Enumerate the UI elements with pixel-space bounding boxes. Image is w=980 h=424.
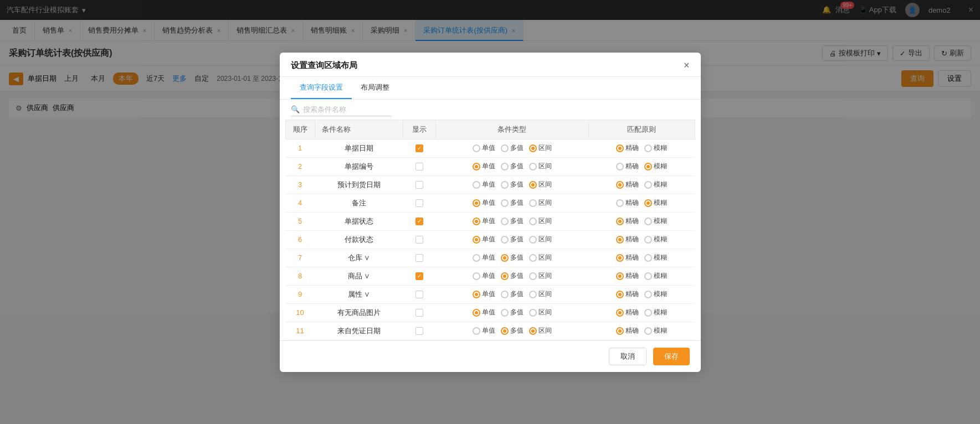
display-checkbox[interactable] (415, 163, 423, 170)
radio-single[interactable]: 单值 (473, 162, 495, 171)
radio-exact-circle (616, 309, 624, 314)
radio-range[interactable]: 区间 (529, 235, 552, 244)
radio-multi[interactable]: 多值 (501, 180, 524, 189)
radio-exact[interactable]: 精确 (616, 143, 639, 153)
row-match-rule: 精确 模糊 (589, 230, 695, 249)
radio-exact[interactable]: 精确 (616, 162, 639, 171)
modal-tab-layout[interactable]: 布局调整 (352, 77, 398, 99)
modal-tab-query-label: 查询字段设置 (300, 83, 343, 91)
radio-range[interactable]: 区间 (529, 253, 552, 262)
radio-multi[interactable]: 多值 (501, 198, 524, 208)
radio-exact-circle (616, 272, 624, 280)
radio-fuzzy[interactable]: 模糊 (644, 308, 667, 313)
radio-range-circle (529, 218, 537, 225)
radio-fuzzy[interactable]: 模糊 (644, 216, 667, 226)
radio-exact[interactable]: 精确 (616, 289, 639, 299)
row-match-rule: 精确 模糊 (589, 285, 695, 303)
radio-range-circle (529, 199, 537, 207)
radio-fuzzy[interactable]: 模糊 (644, 143, 667, 153)
display-checkbox[interactable] (415, 181, 423, 189)
radio-exact[interactable]: 精确 (616, 235, 639, 244)
radio-multi-circle (501, 144, 509, 152)
radio-range[interactable]: 区间 (529, 271, 552, 281)
radio-multi[interactable]: 多值 (501, 271, 524, 281)
radio-single[interactable]: 单值 (473, 180, 495, 189)
display-checkbox[interactable] (415, 309, 423, 314)
radio-fuzzy[interactable]: 模糊 (644, 271, 667, 281)
row-match-rule: 精确 模糊 (589, 249, 695, 267)
radio-exact-circle (616, 199, 624, 207)
radio-single[interactable]: 单值 (473, 253, 495, 262)
display-checkbox[interactable] (415, 144, 423, 152)
display-checkbox[interactable] (415, 218, 423, 225)
modal-overlay[interactable]: 设置查询区域布局 × 查询字段设置 布局调整 🔍 (0, 0, 980, 313)
radio-fuzzy[interactable]: 模糊 (644, 180, 667, 189)
modal-close-btn[interactable]: × (684, 60, 690, 70)
row-order: 8 (285, 267, 315, 285)
radio-single[interactable]: 单值 (473, 143, 495, 153)
modal-tab-query[interactable]: 查询字段设置 (291, 77, 352, 99)
radio-single-circle (473, 309, 480, 314)
row-condition-type: 单值 多值 区间 (435, 285, 588, 303)
radio-multi[interactable]: 多值 (501, 253, 524, 262)
radio-range[interactable]: 区间 (529, 216, 552, 226)
radio-single[interactable]: 单值 (473, 235, 495, 244)
row-condition-type: 单值 多值 区间 (435, 139, 588, 157)
radio-fuzzy[interactable]: 模糊 (644, 198, 667, 208)
search-input[interactable] (303, 105, 392, 113)
radio-exact[interactable]: 精确 (616, 216, 639, 226)
radio-exact[interactable]: 精确 (616, 198, 639, 208)
display-checkbox[interactable] (415, 236, 423, 244)
radio-fuzzy-circle (644, 236, 652, 244)
radio-range[interactable]: 区间 (529, 162, 552, 171)
row-condition-type: 单值 多值 区间 (435, 194, 588, 212)
radio-multi[interactable]: 多值 (501, 216, 524, 226)
radio-exact[interactable]: 精确 (616, 180, 639, 189)
row-match-rule: 精确 模糊 (589, 139, 695, 157)
radio-fuzzy[interactable]: 模糊 (644, 235, 667, 244)
radio-exact[interactable]: 精确 (616, 308, 639, 313)
radio-fuzzy-circle (644, 309, 652, 314)
radio-exact[interactable]: 精确 (616, 271, 639, 281)
modal-tabs: 查询字段设置 布局调整 (280, 77, 701, 100)
radio-exact-circle (616, 144, 624, 152)
row-match-rule: 精确 模糊 (589, 267, 695, 285)
radio-fuzzy[interactable]: 模糊 (644, 289, 667, 299)
row-condition-type: 单值 多值 区间 (435, 157, 588, 175)
radio-range-circle (529, 144, 537, 152)
display-checkbox[interactable] (415, 291, 423, 298)
radio-single[interactable]: 单值 (473, 289, 495, 299)
display-checkbox[interactable] (415, 254, 423, 262)
radio-single[interactable]: 单值 (473, 198, 495, 208)
radio-range[interactable]: 区间 (529, 308, 552, 313)
radio-multi[interactable]: 多值 (501, 235, 524, 244)
radio-range-circle (529, 236, 537, 244)
radio-multi[interactable]: 多值 (501, 308, 524, 313)
radio-range[interactable]: 区间 (529, 143, 552, 153)
row-condition-type: 单值 多值 区间 (435, 175, 588, 194)
display-checkbox[interactable] (415, 199, 423, 207)
radio-single[interactable]: 单值 (473, 308, 495, 313)
row-name: 预计到货日期 (315, 175, 403, 194)
radio-fuzzy[interactable]: 模糊 (644, 253, 667, 262)
radio-multi[interactable]: 多值 (501, 143, 524, 153)
radio-range[interactable]: 区间 (529, 180, 552, 189)
row-display (403, 139, 435, 157)
radio-range[interactable]: 区间 (529, 198, 552, 208)
display-checkbox[interactable] (415, 272, 423, 280)
radio-range[interactable]: 区间 (529, 289, 552, 299)
row-name: 商品 ∨ (315, 267, 403, 285)
radio-fuzzy[interactable]: 模糊 (644, 162, 667, 171)
row-display (403, 267, 435, 285)
radio-single-circle (473, 163, 480, 170)
search-input-wrap: 🔍 (291, 105, 392, 116)
radio-multi[interactable]: 多值 (501, 289, 524, 299)
row-display (403, 194, 435, 212)
radio-exact[interactable]: 精确 (616, 253, 639, 262)
radio-multi[interactable]: 多值 (501, 162, 524, 171)
radio-single[interactable]: 单值 (473, 216, 495, 226)
radio-single[interactable]: 单值 (473, 271, 495, 281)
table-row: 9属性 ∨ 单值 多值 区间 精确 模糊 (285, 285, 695, 303)
radio-multi-circle (501, 218, 509, 225)
row-order: 9 (285, 285, 315, 303)
